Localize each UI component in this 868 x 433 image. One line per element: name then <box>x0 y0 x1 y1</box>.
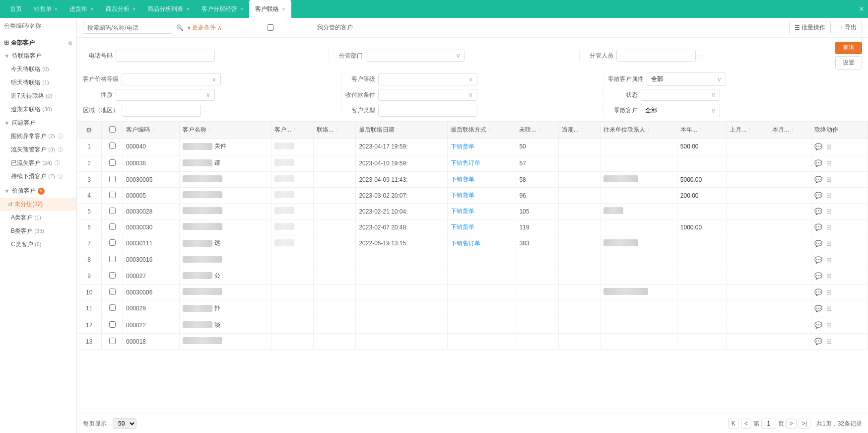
row-check-7[interactable] <box>109 256 116 262</box>
cell-check[interactable] <box>102 300 123 317</box>
sidebar-item-a-class[interactable]: A类客户 (1) <box>0 211 76 224</box>
cell-lastway[interactable] <box>448 285 516 300</box>
page-number-input[interactable] <box>761 419 776 429</box>
type-input[interactable] <box>378 105 477 117</box>
cell-check[interactable] <box>102 268 123 285</box>
row-check-6[interactable] <box>109 239 116 246</box>
next-page-btn[interactable]: > <box>786 419 797 429</box>
sidebar-item-ungroup[interactable]: ↺ 未分组(32) <box>0 198 76 211</box>
more-icon-11[interactable]: ⊞ <box>826 321 832 329</box>
cell-lastway[interactable]: 下销售订单 <box>448 235 516 252</box>
per-page-select[interactable]: 50 <box>113 418 136 429</box>
cell-lastway[interactable]: 下销货单 <box>448 172 516 188</box>
select-all-check[interactable] <box>109 126 116 133</box>
contact-icon-12[interactable]: 💬 <box>814 338 822 345</box>
lastway-link-1[interactable]: 下销售订单 <box>451 159 480 166</box>
cell-check[interactable] <box>102 252 123 268</box>
my-customers-checkbox[interactable]: 我分管的客户 <box>226 23 353 32</box>
cell-check[interactable] <box>102 219 123 235</box>
my-customers-check[interactable] <box>226 24 315 31</box>
level-select[interactable]: ∨ <box>378 73 477 85</box>
payment-select[interactable]: ∨ <box>378 89 477 101</box>
cell-lastway[interactable]: 下销货单 <box>448 139 516 155</box>
more-icon-5[interactable]: ⊞ <box>826 223 832 231</box>
th-sort-lastdate[interactable]: 最后联络日期 ⋮ <box>359 126 444 134</box>
sidebar-item-tomorrow-pending[interactable]: 明天待联络 (1) <box>0 76 76 89</box>
settings-icon[interactable]: ⚙ <box>86 126 92 134</box>
contact-icon-4[interactable]: 💬 <box>814 208 822 215</box>
more-icon-3[interactable]: ⊞ <box>826 192 832 199</box>
row-check-10[interactable] <box>109 304 116 311</box>
export-btn[interactable]: ↑ 导出 <box>835 21 862 34</box>
more-icon-0[interactable]: ⊞ <box>826 143 832 150</box>
reset-btn[interactable]: 设置 <box>835 56 862 70</box>
more-icon-2[interactable]: ⊞ <box>826 176 832 183</box>
problem-group[interactable]: ▼ 问题客户 <box>0 116 76 130</box>
sidebar-item-hoard-abnormal[interactable]: 囤购异常客户 (2) ⓘ <box>0 130 76 143</box>
th-sort-uncontact[interactable]: 未联... ⋮ <box>519 126 555 134</box>
retail-attr-select[interactable]: 全部 ∨ <box>647 72 726 86</box>
tab-purchase[interactable]: 进货单 × <box>64 0 99 18</box>
th-sort-partner[interactable]: 往来单位联系人 ⋮ <box>603 126 674 134</box>
sidebar-item-today-pending[interactable]: 今天待联络 (0) <box>0 63 76 76</box>
contact-icon-2[interactable]: 💬 <box>814 176 822 183</box>
th-sort-thisyear[interactable]: 本年... ⋮ <box>680 126 724 134</box>
row-check-9[interactable] <box>109 289 116 295</box>
filter-search-icon[interactable]: 🔍 <box>176 24 184 31</box>
region-input[interactable] <box>122 105 201 117</box>
score-edit-icon[interactable]: ✎ <box>38 188 45 195</box>
cell-check[interactable] <box>102 172 123 188</box>
cell-lastway[interactable]: 下销货单 <box>448 188 516 204</box>
cell-lastway[interactable] <box>448 252 516 268</box>
cell-check[interactable] <box>102 317 123 334</box>
phone-input[interactable] <box>116 50 215 62</box>
contact-icon-7[interactable]: 💬 <box>814 256 822 264</box>
th-settings[interactable]: ⚙ <box>77 122 102 139</box>
cell-check[interactable] <box>102 285 123 300</box>
th-sort-code[interactable]: 客户编码 ⋮ <box>126 126 176 134</box>
row-check-0[interactable] <box>109 143 116 149</box>
more-icon-1[interactable]: ⊞ <box>826 159 832 167</box>
more-icon-12[interactable]: ⊞ <box>826 338 832 345</box>
search-btn[interactable]: 查询 <box>835 42 862 54</box>
cell-lastway[interactable] <box>448 334 516 350</box>
cell-lastway[interactable] <box>448 317 516 334</box>
sidebar-item-declining[interactable]: 持续下滑客户 (2) ⓘ <box>0 170 76 183</box>
row-check-4[interactable] <box>109 208 116 214</box>
cell-lastway[interactable] <box>448 300 516 317</box>
row-check-12[interactable] <box>109 338 116 344</box>
tab-product-list[interactable]: 商品分析列表 × <box>141 0 195 18</box>
row-check-3[interactable] <box>109 192 116 198</box>
sidebar-item-b-class[interactable]: B类客户 (33) <box>0 224 76 238</box>
more-conditions-btn[interactable]: ▾ 更多条件 ∧ <box>188 23 222 32</box>
contact-icon-10[interactable]: 💬 <box>814 305 822 312</box>
contact-icon-11[interactable]: 💬 <box>814 321 822 329</box>
tab-close-purchase[interactable]: × <box>90 6 93 12</box>
pending-group[interactable]: ▼ 待联络客户 <box>0 49 76 63</box>
last-page-btn[interactable]: >| <box>799 419 810 429</box>
batch-operation-btn[interactable]: ☰ 批量操作 <box>789 21 831 34</box>
th-sort-thismonth[interactable]: 本月... ⋮ <box>772 126 808 134</box>
staff-more-icon[interactable]: ··· <box>699 52 704 59</box>
contact-icon-9[interactable]: 💬 <box>814 289 822 296</box>
tab-sales-order[interactable]: 销售单 × <box>28 0 64 18</box>
cell-check[interactable] <box>102 334 123 350</box>
sidebar-item-churn-warning[interactable]: 流失预警客户 (3) ⓘ <box>0 143 76 156</box>
more-icon-6[interactable]: ⊞ <box>826 240 832 247</box>
cell-lastway[interactable]: 下销售订单 <box>448 155 516 172</box>
lastway-link-6[interactable]: 下销售订单 <box>451 240 480 247</box>
th-sort-contact[interactable]: 联络... ⋮ <box>317 126 352 134</box>
cell-lastway[interactable] <box>448 268 516 285</box>
first-page-btn[interactable]: K <box>728 419 739 429</box>
contact-icon-6[interactable]: 💬 <box>814 240 822 247</box>
th-sort-type[interactable]: 客户... ⋮ <box>274 126 310 134</box>
staff-input[interactable] <box>616 50 696 62</box>
contact-icon-3[interactable]: 💬 <box>814 192 822 199</box>
cell-check[interactable] <box>102 204 123 219</box>
row-check-1[interactable] <box>109 159 116 166</box>
th-sort-name[interactable]: 客户名称 ⋮ <box>183 126 268 134</box>
more-icon-4[interactable]: ⊞ <box>826 208 832 215</box>
tab-close-product-analysis[interactable]: × <box>133 6 135 12</box>
row-check-8[interactable] <box>109 272 116 279</box>
cell-check[interactable] <box>102 188 123 204</box>
